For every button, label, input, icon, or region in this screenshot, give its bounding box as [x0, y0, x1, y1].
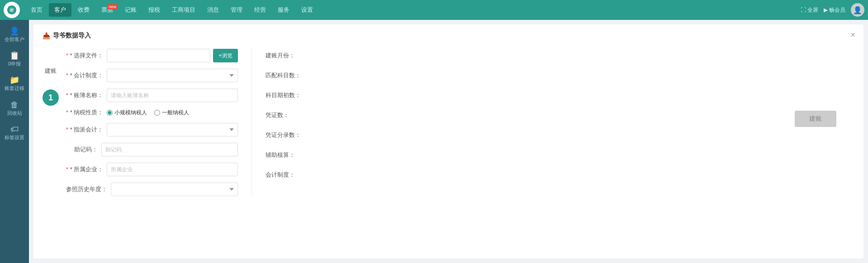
sidebar-item-tags[interactable]: 🏷 标签设置: [0, 122, 29, 144]
build-month-row: 建账月份：: [266, 49, 781, 62]
history-year-row: 参照历史年度：: [66, 183, 238, 196]
accounting-system-row: * 会计制度：: [66, 69, 238, 82]
memo-input[interactable]: [101, 143, 238, 156]
top-nav: 首页 客户 收费 票据 new 记账 报税 工商项目 消息 管理 经营 服务 设…: [0, 0, 868, 20]
tax-option-small[interactable]: 小规模纳税人: [107, 109, 147, 117]
aux-accounting-row: 辅助核算：: [266, 148, 781, 162]
nav-item-service[interactable]: 服务: [272, 3, 295, 17]
tags-icon: 🏷: [10, 125, 19, 133]
member-btn[interactable]: ▶ 畅会员: [824, 6, 845, 14]
file-input-group: +浏览: [107, 49, 238, 62]
nav-item-business[interactable]: 工商项目: [166, 3, 201, 17]
form-right: 建账月份： 匹配科目数： 科目期初数： 凭证数：: [251, 49, 854, 196]
panel-title: 📥 导爷数据导入: [43, 32, 854, 40]
voucher-record-label: 凭证分录数：: [266, 131, 302, 139]
accounting-system-label: * 会计制度：: [66, 71, 103, 80]
migrate-icon: 📁: [9, 76, 19, 84]
form-fields: * 选择文件： +浏览 * 会计制度：: [66, 49, 238, 196]
member-icon: ▶: [824, 7, 828, 13]
form-left: 建账 1 * 选择文件： +浏览: [43, 49, 251, 196]
right-accounting-system-row: 会计制度：: [266, 168, 781, 182]
subject-init-row: 科目期初数：: [266, 89, 781, 102]
main-layout: 👤 全部客户 📋 0申报 📁 账套迁移 🗑 回收站 🏷 标签设置 📥 导爷数据导…: [0, 20, 868, 263]
nav-item-manage[interactable]: 管理: [225, 3, 248, 17]
new-badge: new: [107, 4, 118, 9]
company-label: * 所属企业：: [66, 165, 103, 174]
nav-item-settings[interactable]: 设置: [296, 3, 318, 17]
sidebar-item-trash[interactable]: 🗑 回收站: [0, 97, 29, 120]
build-account-button[interactable]: 建账: [795, 111, 836, 127]
browse-button[interactable]: +浏览: [213, 49, 238, 62]
sidebar-item-all-customers[interactable]: 👤 全部客户: [0, 23, 29, 46]
aux-accounting-label: 辅助核算：: [266, 151, 302, 159]
sidebar-label-tags: 标签设置: [5, 135, 24, 141]
fullscreen-icon: ⛶: [801, 7, 806, 13]
accountant-row: * 指派会计：: [66, 123, 238, 136]
nav-item-bookkeeping[interactable]: 记账: [119, 3, 142, 17]
nav-item-customer[interactable]: 客户: [49, 3, 71, 17]
content-area: 📥 导爷数据导入 × 建账 1 * 选择文件：: [29, 20, 868, 263]
voucher-count-label: 凭证数：: [266, 111, 302, 119]
sidebar: 👤 全部客户 📋 0申报 📁 账套迁移 🗑 回收站 🏷 标签设置: [0, 20, 29, 263]
history-year-select[interactable]: [111, 183, 238, 196]
sidebar-item-migrate[interactable]: 📁 账套迁移: [0, 72, 29, 95]
subject-init-label: 科目期初数：: [266, 91, 302, 99]
nav-items: 首页 客户 收费 票据 new 记账 报税 工商项目 消息 管理 经营 服务 设…: [25, 3, 801, 17]
right-build-area: 建账: [795, 49, 854, 182]
nav-item-home[interactable]: 首页: [25, 3, 48, 17]
accounting-system-select[interactable]: [107, 69, 238, 82]
close-button[interactable]: ×: [850, 31, 855, 39]
nav-item-message[interactable]: 消息: [202, 3, 224, 17]
tax-option-general[interactable]: 一般纳税人: [154, 109, 189, 117]
file-input[interactable]: [107, 49, 210, 62]
trash-icon: 🗑: [10, 101, 19, 109]
nav-item-fee[interactable]: 收费: [72, 3, 95, 17]
logo[interactable]: [4, 2, 20, 18]
voucher-count-row: 凭证数：: [266, 108, 781, 122]
tax-radio-general[interactable]: [154, 110, 160, 116]
fullscreen-btn[interactable]: ⛶ 全屏: [801, 6, 818, 14]
tax-radio-group: 小规模纳税人 一般纳税人: [107, 109, 238, 117]
accountant-select[interactable]: [107, 123, 238, 136]
voucher-record-row: 凭证分录数：: [266, 128, 781, 142]
file-label: * 选择文件：: [66, 52, 103, 60]
tax-type-row: * 纳税性质： 小规模纳税人 一般纳税人: [66, 108, 238, 117]
declare-icon: 📋: [9, 52, 19, 60]
file-row: * 选择文件： +浏览: [66, 49, 238, 62]
import-icon: 📥: [43, 32, 50, 39]
memo-label: 助记码：: [66, 146, 98, 154]
match-subject-row: 匹配科目数：: [266, 69, 781, 82]
form-container: 建账 1 * 选择文件： +浏览: [43, 49, 854, 196]
match-subject-label: 匹配科目数：: [266, 71, 302, 80]
memo-row: 助记码：: [66, 143, 238, 156]
nav-item-tax[interactable]: 报税: [143, 3, 166, 17]
accountant-label: * 指派会计：: [66, 126, 103, 134]
nav-right: ⛶ 全屏 ▶ 畅会员 👤: [801, 3, 864, 17]
company-input[interactable]: [107, 163, 238, 176]
tax-type-label: * 纳税性质：: [66, 108, 103, 117]
ledger-name-label: * 账簿名称：: [66, 91, 103, 99]
all-customers-icon: 👤: [9, 27, 19, 35]
step-label: 建账: [45, 67, 57, 75]
avatar[interactable]: 👤: [851, 3, 864, 17]
sidebar-label-declare: 0申报: [8, 61, 21, 67]
tax-radio-small[interactable]: [107, 110, 113, 116]
nav-item-operation[interactable]: 经营: [249, 3, 271, 17]
build-month-label: 建账月份：: [266, 52, 302, 60]
right-accounting-system-label: 会计制度：: [266, 171, 302, 179]
sidebar-item-declare[interactable]: 📋 0申报: [0, 48, 29, 70]
ledger-name-input[interactable]: [107, 89, 238, 102]
nav-item-invoice[interactable]: 票据 new: [96, 3, 119, 17]
company-row: * 所属企业：: [66, 163, 238, 176]
sidebar-label-trash: 回收站: [7, 110, 22, 116]
sidebar-label-all-customers: 全部客户: [5, 37, 24, 42]
ledger-name-row: * 账簿名称：: [66, 89, 238, 102]
step-badge: 1: [43, 89, 59, 106]
sidebar-label-migrate: 账套迁移: [5, 85, 24, 91]
history-year-label: 参照历史年度：: [66, 185, 107, 193]
panel: 📥 导爷数据导入 × 建账 1 * 选择文件：: [33, 24, 863, 258]
right-content: 建账月份： 匹配科目数： 科目期初数： 凭证数：: [266, 49, 781, 182]
